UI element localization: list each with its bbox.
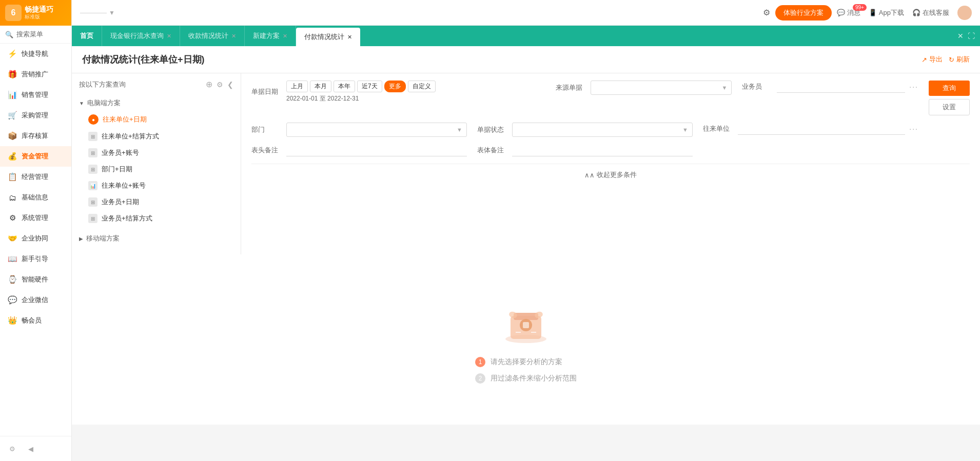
tab-new-scheme[interactable]: 新建方案 ✕ bbox=[245, 26, 296, 46]
tab-home[interactable]: 首页 bbox=[72, 26, 102, 46]
scheme-staff-settle-label: 业务员+结算方式 bbox=[102, 214, 152, 223]
collapse-label: 收起更多条件 bbox=[597, 170, 637, 179]
filter-sidebar-controls: ⊕ ⚙ ❮ bbox=[206, 79, 233, 89]
trial-btn[interactable]: 体验行业方案 bbox=[775, 5, 832, 21]
message-icon: 💬 bbox=[837, 9, 845, 16]
page-title: 付款情况统计(往来单位+日期) bbox=[82, 53, 205, 66]
add-scheme-icon[interactable]: ⊕ bbox=[206, 79, 212, 89]
scheme-unit-settle-label: 往来单位+结算方式 bbox=[102, 132, 159, 141]
online-service-action[interactable]: 🎧 在线客服 bbox=[912, 8, 949, 17]
sidebar-item-wechat[interactable]: 💬 企业微信 bbox=[0, 290, 71, 310]
filter-row-3: 表头备注 表体备注 bbox=[251, 144, 970, 156]
export-btn[interactable]: ↗ 导出 bbox=[922, 55, 943, 64]
staff-dots-icon[interactable]: ··· bbox=[909, 83, 918, 91]
scheme-unit-date-icon: ● bbox=[88, 114, 99, 125]
date-label: 单据日期 bbox=[251, 87, 282, 96]
scheme-settings-icon[interactable]: ⚙ bbox=[217, 81, 223, 89]
sidebar-item-sales[interactable]: 📊 销售管理 bbox=[0, 85, 71, 105]
collapse-sidebar-arrow[interactable]: ❮ bbox=[227, 81, 233, 89]
desktop-scheme-title[interactable]: ▼ 电脑端方案 bbox=[72, 95, 241, 111]
collapse-btn[interactable]: ∧∧ 收起更多条件 bbox=[584, 170, 637, 179]
empty-step-2: 2 用过滤条件来缩小分析范围 bbox=[475, 373, 577, 384]
sidebar-item-label: 销售管理 bbox=[22, 90, 48, 99]
doc-status-field: 单据状态 ▼ bbox=[477, 123, 693, 137]
operation-icon: 📋 bbox=[7, 172, 17, 182]
collapse-sidebar-icon[interactable]: ◀ bbox=[24, 442, 38, 456]
scheme-unit-account[interactable]: 📊 往来单位+账号 bbox=[72, 177, 241, 194]
user-avatar[interactable] bbox=[957, 6, 972, 20]
sidebar-item-operation[interactable]: 📋 经营管理 bbox=[0, 167, 71, 187]
query-btn[interactable]: 查询 bbox=[929, 81, 970, 96]
sidebar-item-member[interactable]: 👑 畅会员 bbox=[0, 310, 71, 331]
sidebar-item-corp[interactable]: 🤝 企业协同 bbox=[0, 228, 71, 249]
staff-input[interactable] bbox=[777, 81, 905, 93]
date-last-month-btn[interactable]: 上月 bbox=[286, 81, 308, 92]
filter-sidebar-title: 按以下方案查询 bbox=[79, 80, 126, 89]
filter-panel: 按以下方案查询 ⊕ ⚙ ❮ ▼ 电脑端方案 ● 往来单位+日期 bbox=[72, 73, 980, 254]
tab-bar: 首页 现金银行流水查询 ✕ 收款情况统计 ✕ 新建方案 ✕ 付款情况统计 ✕ ✕… bbox=[72, 26, 980, 46]
partner-dots-icon[interactable]: ··· bbox=[909, 125, 918, 133]
date-this-year-btn[interactable]: 本年 bbox=[334, 81, 355, 92]
scheme-staff-date-icon: ⊞ bbox=[88, 197, 97, 207]
dept-select[interactable]: ▼ bbox=[286, 123, 467, 137]
date-custom-btn[interactable]: 自定义 bbox=[408, 81, 436, 92]
scheme-unit-account-icon: 📊 bbox=[88, 181, 97, 190]
tab-close-icon[interactable]: ✕ bbox=[957, 32, 964, 40]
source-field: 来源单据 ▼ bbox=[556, 81, 732, 95]
settings-form-btn[interactable]: 设置 bbox=[929, 99, 970, 115]
sidebar-item-guide[interactable]: 📖 新手引导 bbox=[0, 249, 71, 269]
refresh-btn[interactable]: ↻ 刷新 bbox=[949, 55, 970, 64]
scheme-dept-date[interactable]: ⊞ 部门+日期 bbox=[72, 161, 241, 177]
scheme-unit-settle[interactable]: ⊞ 往来单位+结算方式 bbox=[72, 128, 241, 145]
service-icon: 🎧 bbox=[912, 9, 920, 16]
sidebar-item-marketing[interactable]: 🎁 营销推广 bbox=[0, 64, 71, 85]
tab-new-scheme-close[interactable]: ✕ bbox=[283, 33, 287, 39]
date-range-display: 2022-01-01 至 2022-12-31 bbox=[286, 94, 436, 103]
scheme-unit-date[interactable]: ● 往来单位+日期 bbox=[72, 111, 241, 128]
date-this-month-btn[interactable]: 本月 bbox=[310, 81, 331, 92]
export-icon: ↗ bbox=[922, 56, 927, 64]
sidebar-item-capital[interactable]: 💰 资金管理 bbox=[0, 146, 71, 167]
sidebar-search[interactable]: 🔍 搜索菜单 bbox=[0, 26, 71, 44]
tab-payment-label: 付款情况统计 bbox=[304, 32, 344, 42]
doc-status-select[interactable]: ▼ bbox=[512, 123, 693, 137]
capital-icon: 💰 bbox=[7, 151, 17, 162]
tab-bank[interactable]: 现金银行流水查询 ✕ bbox=[102, 26, 180, 46]
header-settings-icon[interactable]: ⚙ bbox=[763, 8, 770, 17]
top-header: ———— ▼ ⚙ 体验行业方案 💬 消息 99+ 📱 App下载 🎧 在线客服 bbox=[72, 0, 980, 26]
tab-receipt-close[interactable]: ✕ bbox=[231, 33, 236, 39]
message-action[interactable]: 💬 消息 99+ bbox=[837, 8, 860, 17]
sidebar-item-label: 智能硬件 bbox=[22, 275, 48, 284]
sidebar-item-purchase[interactable]: 🛒 采购管理 bbox=[0, 105, 71, 126]
logo-sub: 标准版 bbox=[25, 13, 53, 21]
sidebar-item-base[interactable]: 🗂 基础信息 bbox=[0, 187, 71, 208]
app-download-action[interactable]: 📱 App下载 bbox=[869, 8, 904, 17]
sidebar-item-label: 资金管理 bbox=[22, 152, 48, 161]
mobile-scheme-title[interactable]: ▶ 移动端方案 bbox=[72, 231, 241, 246]
scheme-dept-date-icon: ⊞ bbox=[88, 165, 97, 174]
tab-receipt[interactable]: 收款情况统计 ✕ bbox=[180, 26, 245, 46]
sidebar-item-label: 采购管理 bbox=[22, 111, 48, 120]
tab-payment[interactable]: 付款情况统计 ✕ bbox=[296, 28, 360, 46]
sidebar-item-hardware[interactable]: ⌚ 智能硬件 bbox=[0, 269, 71, 290]
sidebar-item-system[interactable]: ⚙ 系统管理 bbox=[0, 208, 71, 228]
refresh-label: 刷新 bbox=[956, 55, 970, 64]
step-2-text: 用过滤条件来缩小分析范围 bbox=[491, 374, 577, 383]
body-note-input[interactable] bbox=[512, 144, 693, 156]
partner-input[interactable] bbox=[738, 123, 905, 135]
tab-expand-icon[interactable]: ⛶ bbox=[968, 32, 975, 40]
scheme-staff-account[interactable]: ⊞ 业务员+账号 bbox=[72, 145, 241, 161]
scheme-staff-settle[interactable]: ⊞ 业务员+结算方式 bbox=[72, 210, 241, 227]
date-7days-btn[interactable]: 近7天 bbox=[357, 81, 382, 92]
sidebar-item-quick-nav[interactable]: ⚡ 快捷导航 bbox=[0, 44, 71, 64]
filter-row-1: 单据日期 上月 本月 本年 近7天 更多 自定义 2022-01-01 至 20… bbox=[251, 81, 970, 115]
settings-bottom-icon[interactable]: ⚙ bbox=[5, 442, 19, 456]
scheme-staff-date[interactable]: ⊞ 业务员+日期 bbox=[72, 194, 241, 210]
sidebar-item-inventory[interactable]: 📦 库存核算 bbox=[0, 126, 71, 146]
tab-bank-close[interactable]: ✕ bbox=[167, 33, 171, 39]
tab-payment-close[interactable]: ✕ bbox=[347, 34, 352, 41]
date-more-btn[interactable]: 更多 bbox=[384, 81, 406, 92]
scheme-staff-account-icon: ⊞ bbox=[88, 148, 97, 157]
source-select[interactable]: ▼ bbox=[591, 81, 732, 95]
header-note-input[interactable] bbox=[286, 144, 467, 156]
